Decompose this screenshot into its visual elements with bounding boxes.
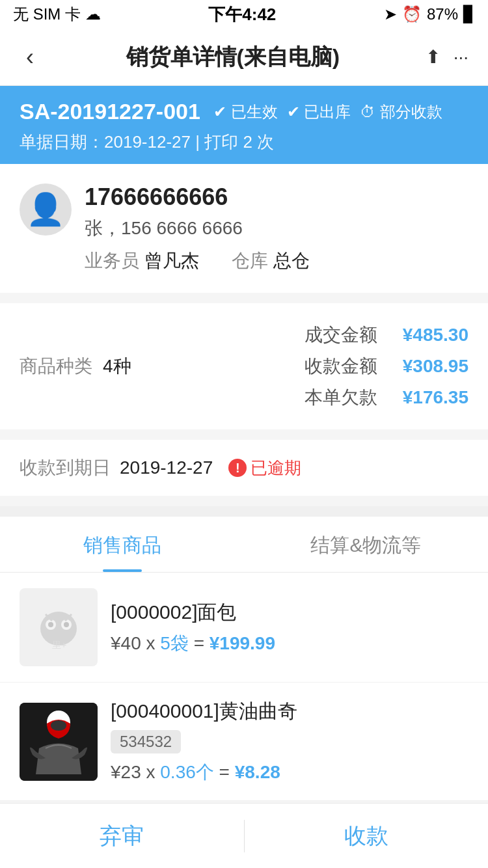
status-right: ➤ ⏰ 87% ▊	[384, 5, 475, 23]
product-name-1: [0000002]面包	[111, 599, 468, 626]
payment-due-section: 收款到期日 2019-12-27 ! 已逾期	[0, 440, 488, 496]
product-price-row-1: ¥40 x 5袋 = ¥199.99	[111, 631, 468, 656]
product-total-1: ¥199.99	[210, 633, 275, 653]
overdue-text: 已逾期	[251, 457, 301, 480]
tag-partial-payment: ⏱ 部分收款	[360, 102, 442, 122]
alarm-icon: ⏰	[402, 5, 422, 23]
svg-point-4	[64, 622, 69, 627]
stats-left: 商品种类 4种	[20, 354, 131, 379]
product-total-2: ¥8.28	[235, 762, 280, 782]
received-amount-row: 收款金额 ¥308.95	[305, 354, 468, 379]
deal-amount-label: 成交金额	[305, 323, 377, 347]
stats-section: 商品种类 4种 成交金额 ¥485.30 收款金额 ¥308.95 本单欠款 ¥…	[0, 303, 488, 429]
nav-actions: ⬆ ···	[426, 46, 468, 68]
avatar-icon: 👤	[26, 191, 65, 228]
product-price-2: ¥23	[111, 762, 141, 782]
overdue-icon: !	[228, 459, 247, 477]
tag-activated: ✔ 已生效	[213, 102, 278, 122]
print-info: 打印 2 次	[204, 132, 274, 152]
section-divider	[0, 506, 488, 517]
customer-name: 17666666666	[85, 183, 468, 211]
status-left: 无 SIM 卡 ☁	[13, 4, 101, 25]
collect-payment-button[interactable]: 收款	[245, 808, 489, 864]
tab-settlement[interactable]: 结算&物流等	[244, 517, 488, 572]
share-button[interactable]: ⬆	[426, 46, 441, 68]
customer-info: 17666666666 张，156 6666 6666 业务员 曾凡杰 仓库 总…	[85, 183, 468, 273]
svg-text:里+: 里+	[52, 640, 66, 650]
more-button[interactable]: ···	[454, 47, 468, 68]
date-label: 单据日期：	[20, 132, 104, 152]
product-price-row-2: ¥23 x 0.36个 = ¥8.28	[111, 760, 468, 785]
sim-label: 无 SIM 卡 ☁	[13, 4, 101, 25]
status-time: 下午4:42	[208, 3, 276, 26]
order-date-row: 单据日期：2019-12-27 | 打印 2 次	[20, 131, 468, 154]
warehouse-value: 总仓	[273, 251, 310, 271]
owed-amount-row: 本单欠款 ¥176.35	[305, 385, 468, 410]
tab-sales-products[interactable]: 销售商品	[0, 517, 244, 572]
bottom-bar: 弃审 收款	[0, 803, 488, 868]
product-types-value: 4种	[103, 354, 131, 379]
nav-bar: ‹ 销货单详情(来自电脑) ⬆ ···	[0, 29, 488, 86]
customer-section: 👤 17666666666 张，156 6666 6666 业务员 曾凡杰 仓库…	[0, 164, 488, 293]
product-types-label: 商品种类	[20, 354, 92, 379]
product-info-1: [0000002]面包 ¥40 x 5袋 = ¥199.99	[111, 599, 468, 656]
status-bar: 无 SIM 卡 ☁ 下午4:42 ➤ ⏰ 87% ▊	[0, 0, 488, 29]
customer-contact: 张，156 6666 6666	[85, 216, 468, 241]
order-date: 2019-12-27	[104, 132, 191, 152]
product-info-2: [000400001]黄油曲奇 534532 ¥23 x 0.36个 = ¥8.…	[111, 698, 468, 785]
product-name-2: [000400001]黄油曲奇	[111, 698, 468, 725]
sales-value: 曾凡杰	[144, 251, 199, 271]
overdue-badge: ! 已逾期	[228, 457, 301, 480]
due-label: 收款到期日	[20, 455, 111, 480]
svg-point-8	[51, 720, 66, 731]
deal-amount-value: ¥485.30	[390, 325, 468, 346]
battery-icon: ▊	[463, 5, 475, 23]
product-price-1: ¥40	[111, 633, 141, 653]
cancel-review-button[interactable]: 弃审	[0, 808, 244, 864]
due-date: 2019-12-27	[120, 457, 213, 478]
header-banner: SA-20191227-001 ✔ 已生效 ✔ 已出库 ⏱ 部分收款 单据日期：…	[0, 86, 488, 164]
tag-delivered: ✔ 已出库	[287, 102, 351, 122]
stats-right: 成交金额 ¥485.30 收款金额 ¥308.95 本单欠款 ¥176.35	[305, 323, 468, 410]
svg-point-3	[48, 622, 53, 627]
product-list: 里+ [0000002]面包 ¥40 x 5袋 = ¥199.99	[0, 573, 488, 801]
sales-label: 业务员 曾凡杰	[85, 249, 199, 273]
list-item: 里+ [0000002]面包 ¥40 x 5袋 = ¥199.99	[0, 573, 488, 683]
received-label: 收款金额	[305, 354, 377, 379]
order-tags: ✔ 已生效 ✔ 已出库 ⏱ 部分收款	[213, 102, 442, 122]
avatar: 👤	[20, 183, 72, 236]
warehouse-label: 仓库 总仓	[232, 249, 310, 273]
product-thumbnail-1: 里+	[20, 588, 98, 666]
back-button[interactable]: ‹	[20, 37, 40, 77]
product-thumbnail-2	[20, 703, 98, 781]
location-icon: ➤	[384, 5, 397, 23]
product-qty-1: 5袋	[160, 633, 189, 653]
page-title: 销货单详情(来自电脑)	[126, 42, 340, 72]
owed-value: ¥176.35	[390, 387, 468, 408]
received-value: ¥308.95	[390, 356, 468, 377]
customer-meta: 业务员 曾凡杰 仓库 总仓	[85, 249, 468, 273]
tabs: 销售商品 结算&物流等	[0, 517, 488, 573]
product-batch-2: 534532	[111, 730, 181, 753]
order-id: SA-20191227-001	[20, 99, 200, 124]
product-qty-2: 0.36个	[160, 762, 214, 782]
deal-amount-row: 成交金额 ¥485.30	[305, 323, 468, 347]
battery-level: 87%	[427, 5, 458, 23]
owed-label: 本单欠款	[305, 385, 377, 410]
list-item: [000400001]黄油曲奇 534532 ¥23 x 0.36个 = ¥8.…	[0, 683, 488, 801]
